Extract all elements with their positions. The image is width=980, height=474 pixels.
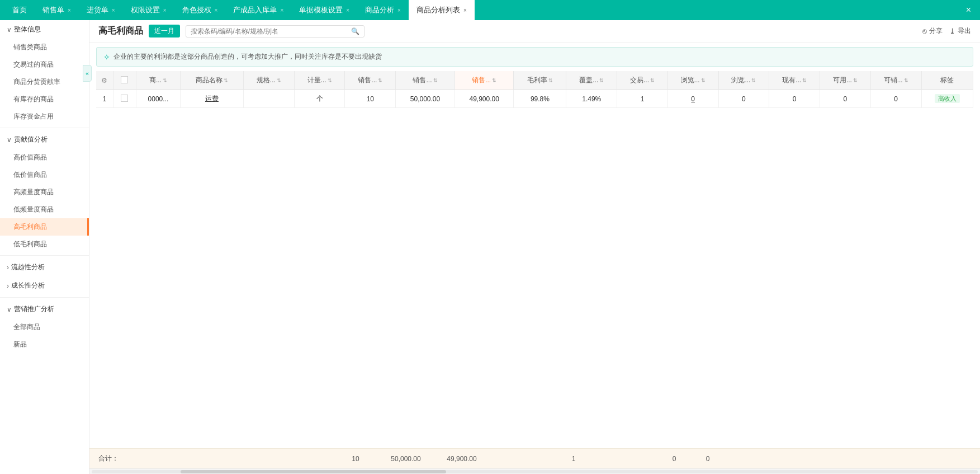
search-input[interactable] — [191, 27, 349, 35]
sidebar-item-high-freq[interactable]: 高频量度商品 — [0, 184, 89, 201]
sidebar-item-traded-goods[interactable]: 交易过的商品 — [0, 56, 89, 73]
sidebar-item-product-contribution[interactable]: 商品分货贡献率 — [0, 73, 89, 91]
arrow-marketing-icon: ∨ — [7, 306, 12, 313]
th-sales-cost[interactable]: 销售... ⇅ — [455, 71, 514, 90]
nav-product-analysis-close[interactable]: × — [397, 7, 401, 13]
td-spec — [243, 90, 294, 108]
td-browse1[interactable]: 0 — [667, 90, 718, 108]
th-gear: ⚙ — [96, 71, 113, 90]
arrow-financial-icon: ∨ — [7, 136, 12, 144]
nav-sales-order-close[interactable]: × — [68, 7, 71, 13]
nav-product-entry-close[interactable]: × — [280, 7, 283, 13]
nav-product-analysis-list[interactable]: 商品分析列表 × — [409, 0, 475, 20]
top-nav: 首页 销售单 × 进货单 × 权限设置 × 角色授权 × 产成品入库单 × 单据… — [0, 0, 980, 20]
sidebar-item-sales-goods[interactable]: 销售类商品 — [0, 39, 89, 56]
th-sales-qty[interactable]: 销售... ⇅ — [345, 71, 396, 90]
sidebar: ∨ 整体信息 销售类商品 交易过的商品 商品分货贡献率 有库存的商品 库存资金占… — [0, 20, 89, 474]
time-filter-button[interactable]: 近一月 — [149, 25, 180, 37]
footer-summary: 合计： 10 50,000.00 49,900.00 1 0 0 — [89, 448, 980, 468]
th-coverage[interactable]: 覆盖... ⇅ — [566, 71, 617, 90]
sidebar-collapse-btn[interactable]: « — [83, 65, 92, 82]
th-margin-rate[interactable]: 毛利率 ⇅ — [514, 71, 566, 90]
sidebar-group-trend[interactable]: › 流趋性分析 — [0, 258, 89, 276]
td-name[interactable]: 运费 — [180, 90, 243, 108]
th-name[interactable]: 商品名称 ⇅ — [180, 71, 243, 90]
th-saleable[interactable]: 可销... ⇅ — [870, 71, 921, 90]
td-unit: 个 — [294, 90, 345, 108]
th-trade[interactable]: 交易... ⇅ — [617, 71, 668, 90]
td-available: 0 — [820, 90, 871, 108]
share-button[interactable]: ⎋ 分享 — [922, 26, 943, 36]
share-icon: ⎋ — [922, 27, 927, 35]
main-content: 高毛利商品 近一月 🔍 ⎋ 分享 ⤓ 导出 ✧ 企业的主要的利润都是这部分 — [89, 20, 980, 474]
td-code: 0000... — [136, 90, 180, 108]
tip-icon: ✧ — [103, 53, 110, 62]
nav-product-analysis[interactable]: 商品分析 × — [357, 0, 409, 20]
settings-icon[interactable]: ⚙ — [101, 77, 107, 85]
export-icon: ⤓ — [949, 27, 955, 35]
export-button[interactable]: ⤓ 导出 — [949, 26, 971, 36]
footer-label: 合计： — [98, 454, 132, 463]
nav-sales-order[interactable]: 销售单 × — [35, 0, 79, 20]
sidebar-item-high-value[interactable]: 高价值商品 — [0, 149, 89, 166]
horizontal-scrollbar[interactable] — [89, 468, 980, 474]
th-available[interactable]: 可用... ⇅ — [820, 71, 871, 90]
nav-purchase-order-close[interactable]: × — [112, 7, 115, 13]
sort-browse1-icon: ⇅ — [701, 78, 706, 83]
table-header-row: ⚙ 商... ⇅ 商品名称 — [96, 71, 973, 90]
td-saleable: 0 — [870, 90, 921, 108]
sidebar-item-all-goods[interactable]: 全部商品 — [0, 318, 89, 336]
td-trade: 1 — [617, 90, 668, 108]
sidebar-item-low-freq[interactable]: 低频量度商品 — [0, 201, 89, 218]
header-actions: ⎋ 分享 ⤓ 导出 — [922, 26, 971, 36]
nav-product-entry[interactable]: 产成品入库单 × — [225, 0, 291, 20]
nav-permission-settings-close[interactable]: × — [163, 7, 167, 13]
th-code[interactable]: 商... ⇅ — [136, 71, 180, 90]
th-spec[interactable]: 规格... ⇅ — [243, 71, 294, 90]
sidebar-item-new-goods[interactable]: 新品 — [0, 336, 89, 353]
footer-cells: 10 50,000.00 49,900.00 1 0 0 — [132, 455, 971, 463]
sidebar-item-low-value[interactable]: 低价值商品 — [0, 166, 89, 184]
sort-name-icon: ⇅ — [224, 78, 228, 83]
nav-role-permission-close[interactable]: × — [215, 7, 218, 13]
sort-available-icon: ⇅ — [853, 78, 858, 83]
th-browse1[interactable]: 浏览... ⇅ — [667, 71, 718, 90]
page-title: 高毛利商品 — [98, 25, 143, 37]
sidebar-group-financial[interactable]: ∨ 贡献值分析 — [0, 130, 89, 149]
td-margin-rate: 99.8% — [514, 90, 566, 108]
sidebar-group-marketing[interactable]: ∨ 营销推广分析 — [0, 300, 89, 318]
arrow-trend-icon: › — [7, 264, 9, 271]
arrow-overall-icon: ∨ — [7, 26, 12, 34]
nav-role-permission[interactable]: 角色授权 × — [174, 0, 226, 20]
content-header: 高毛利商品 近一月 🔍 ⎋ 分享 ⤓ 导出 — [89, 20, 980, 43]
nav-purchase-order[interactable]: 进货单 × — [79, 0, 123, 20]
nav-close-all[interactable]: × — [962, 5, 976, 15]
sidebar-item-low-margin[interactable]: 低毛利商品 — [0, 236, 89, 253]
td-index: 1 — [96, 90, 113, 108]
sort-coverage-icon: ⇅ — [599, 78, 604, 83]
th-tag: 标签 — [921, 71, 973, 90]
td-sales-amount: 50,000.00 — [396, 90, 455, 108]
th-unit[interactable]: 计量... ⇅ — [294, 71, 345, 90]
nav-permission-settings[interactable]: 权限设置 × — [123, 0, 174, 20]
nav-home[interactable]: 首页 — [4, 0, 35, 20]
nav-order-template-close[interactable]: × — [346, 7, 349, 13]
td-browse2: 0 — [718, 90, 769, 108]
nav-product-analysis-list-close[interactable]: × — [463, 7, 467, 13]
sidebar-item-inventory-capital[interactable]: 库存资金占用 — [0, 108, 89, 125]
row-checkbox[interactable] — [121, 95, 128, 102]
sort-spec-icon: ⇅ — [277, 78, 281, 83]
th-current-stock[interactable]: 现有... ⇅ — [769, 71, 820, 90]
header-checkbox[interactable] — [121, 76, 128, 83]
th-browse2[interactable]: 浏览... ⇅ — [718, 71, 769, 90]
sidebar-group-growth[interactable]: › 成长性分析 — [0, 276, 89, 295]
sidebar-item-inventory-goods[interactable]: 有库存的商品 — [0, 91, 89, 108]
scroll-track — [92, 470, 978, 473]
sidebar-group-overall[interactable]: ∨ 整体信息 — [0, 20, 89, 39]
td-coverage: 1.49% — [566, 90, 617, 108]
th-sales-amount[interactable]: 销售... ⇅ — [396, 71, 455, 90]
sidebar-item-high-margin[interactable]: 高毛利商品 — [0, 218, 89, 236]
search-icon[interactable]: 🔍 — [351, 27, 359, 35]
scroll-thumb — [181, 470, 447, 473]
nav-order-template[interactable]: 单据模板设置 × — [291, 0, 357, 20]
